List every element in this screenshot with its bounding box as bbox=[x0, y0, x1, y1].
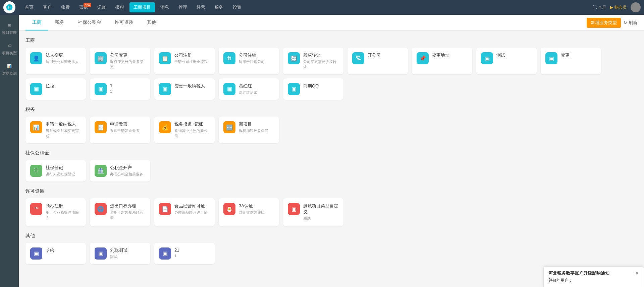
card-title: 21 bbox=[174, 247, 210, 253]
card-desc: 1 bbox=[110, 89, 146, 94]
tab-工商[interactable]: 工商 bbox=[25, 15, 48, 30]
nav-item-记账[interactable]: 记账 bbox=[93, 2, 110, 12]
card-info: 商标注册 用于企业商标注册服务 bbox=[46, 203, 81, 220]
card-申请发票[interactable]: 🧾 申请发票 办理申请发票业务 bbox=[90, 117, 150, 143]
card-公司变更[interactable]: 🏢 公司变更 股权变更外的业务变更 bbox=[90, 48, 150, 74]
card-法人变更[interactable]: 👤 法人变更 适用于公司变更法人 bbox=[25, 48, 86, 74]
card-测试[interactable]: ▣ 测试 bbox=[476, 48, 537, 74]
card-desc: 报税加税控盘保管 bbox=[239, 128, 274, 133]
nav-item-首页[interactable]: 首页 bbox=[21, 2, 38, 12]
card-icon: ™ bbox=[30, 203, 42, 215]
add-type-button[interactable]: 新增业务类型 bbox=[587, 18, 621, 28]
cards-grid-xuke: ™ 商标注册 用于企业商标注册服务 🌐 进出口权办理 适用于对外贸易经营者 📄 … bbox=[25, 198, 637, 226]
card-info: 哈哈 bbox=[46, 247, 81, 255]
card-title: 公司变更 bbox=[110, 52, 146, 58]
nav-item-收费[interactable]: 收费 bbox=[57, 2, 74, 12]
fullscreen-button[interactable]: ⛶ 全屏 bbox=[593, 5, 606, 10]
card-info: 前期QQ bbox=[303, 83, 339, 90]
card-21[interactable]: ▣ 21 1 bbox=[154, 243, 215, 264]
card-desc: 测试 bbox=[110, 255, 146, 260]
nav-item-报税[interactable]: 报税 bbox=[111, 2, 128, 12]
card-1[interactable]: ▣ 1 1 bbox=[90, 78, 150, 100]
sidebar-item-项目类型[interactable]: 🏷 项目类型 bbox=[0, 39, 19, 59]
section-title-gongshang: 工商 bbox=[25, 38, 637, 44]
tab-bar: 工商税务社保公积金许可资质其他 新增业务类型 ↻ 刷新 bbox=[19, 15, 644, 31]
card-变更地址[interactable]: 📌 变更地址 bbox=[412, 48, 472, 74]
card-社保登记[interactable]: 🛡 社保登记 进行人员社保登记 bbox=[25, 160, 86, 182]
card-进出口权办理[interactable]: 🌐 进出口权办理 适用于对外贸易经营者 bbox=[90, 198, 150, 226]
card-title: 1 bbox=[110, 83, 146, 88]
card-税务报道+记账[interactable]: 💰 税务报道+记账 拿到营业执照的新公司 bbox=[154, 117, 215, 143]
card-拉拉[interactable]: ▣ 拉拉 bbox=[25, 78, 86, 100]
nav-item-管理[interactable]: 管理 bbox=[174, 2, 191, 12]
card-食品经营许可证[interactable]: 📄 食品经营许可证 办理食品经营许可证 bbox=[154, 198, 215, 226]
scrollable-content: 工商 👤 法人变更 适用于公司变更法人 🏢 公司变更 股权变更外的业务变更 📋 … bbox=[19, 31, 644, 287]
card-info: 葛红红 葛红红测试 bbox=[239, 83, 274, 95]
card-icon: ▣ bbox=[545, 52, 557, 64]
logo[interactable] bbox=[3, 1, 15, 13]
card-title: 葛红红 bbox=[239, 83, 274, 89]
sidebar-item-项目管理[interactable]: ⊞ 项目管理 bbox=[0, 18, 19, 39]
cards-grid-gongshang: 👤 法人变更 适用于公司变更法人 🏢 公司变更 股权变更外的业务变更 📋 公司注… bbox=[25, 48, 637, 100]
sidebar-item-进度监测[interactable]: 📊 进度监测 bbox=[0, 59, 19, 79]
card-公司注销[interactable]: 🗑 公司注销 适用于注销公司 bbox=[219, 48, 279, 74]
card-title: 公司注册 bbox=[174, 52, 210, 58]
tab-社保公积金[interactable]: 社保公积金 bbox=[71, 15, 108, 30]
section-title-shuiwu: 税务 bbox=[25, 106, 637, 113]
avatar[interactable] bbox=[631, 2, 641, 12]
tab-许可资质[interactable]: 许可资质 bbox=[108, 15, 140, 30]
card-desc: 适用于公司变更法人 bbox=[46, 59, 81, 64]
card-刘聪测试[interactable]: ▣ 刘聪测试 测试 bbox=[90, 243, 150, 264]
badge-new: new bbox=[84, 3, 91, 7]
card-商标注册[interactable]: ™ 商标注册 用于企业商标注册服务 bbox=[25, 198, 86, 226]
card-icon: 🆕 bbox=[223, 121, 235, 133]
card-新项目[interactable]: 🆕 新项目 报税加税控盘保管 bbox=[219, 117, 279, 143]
notification-desc: 尊敬的用户： bbox=[548, 278, 639, 283]
card-title: 公司注销 bbox=[239, 52, 274, 58]
sidebar: ⊞ 项目管理🏷 项目类型📊 进度监测 bbox=[0, 15, 19, 287]
cards-grid-shuiwu: 📊 申请一般纳税人 当月或次月成变更完成 🧾 申请发票 办理申请发票业务 💰 税… bbox=[25, 117, 637, 143]
card-icon: ▣ bbox=[288, 203, 300, 215]
section-gongshang: 工商 👤 法人变更 适用于公司变更法人 🏢 公司变更 股权变更外的业务变更 📋 … bbox=[25, 38, 637, 100]
tab-其他[interactable]: 其他 bbox=[140, 15, 163, 30]
nav-item-票据[interactable]: 票据new bbox=[75, 2, 92, 12]
nav-item-经营[interactable]: 经营 bbox=[193, 2, 209, 12]
tab-税务[interactable]: 税务 bbox=[48, 15, 71, 30]
card-申请一般纳税人[interactable]: 📊 申请一般纳税人 当月或次月成变更完成 bbox=[25, 117, 86, 143]
card-葛红红[interactable]: ▣ 葛红红 葛红红测试 bbox=[219, 78, 279, 100]
card-变更一般纳税人[interactable]: ▣ 变更一般纳税人 bbox=[154, 78, 215, 100]
card-测试项目类型自定义[interactable]: ▣ 测试项目类型自定义 测试 bbox=[283, 198, 343, 226]
card-desc: 葛红红测试 bbox=[239, 90, 274, 95]
card-哈哈[interactable]: ▣ 哈哈 bbox=[25, 243, 86, 264]
card-desc: 办理公积金相关业务 bbox=[110, 172, 146, 177]
card-股权转让[interactable]: 🔄 股权转让 公司变更需要股权转让 bbox=[283, 48, 343, 74]
card-info: 申请发票 办理申请发票业务 bbox=[110, 121, 146, 133]
card-开公司[interactable]: 🏗 开公司 bbox=[347, 48, 408, 74]
card-desc: 当月或次月成变更完成 bbox=[46, 128, 81, 139]
nav-item-服务[interactable]: 服务 bbox=[211, 2, 227, 12]
sidebar-label: 进度监测 bbox=[2, 71, 17, 76]
card-desc: 进行人员社保登记 bbox=[46, 172, 81, 177]
refresh-button[interactable]: ↻ 刷新 bbox=[624, 20, 637, 26]
card-desc: 测试 bbox=[303, 216, 339, 221]
card-info: 21 1 bbox=[174, 247, 210, 259]
vip-button[interactable]: ▶ 畅会员 bbox=[610, 5, 627, 10]
card-title: 变更一般纳税人 bbox=[174, 83, 210, 89]
nav-item-设置[interactable]: 设置 bbox=[229, 2, 246, 12]
card-icon: 🔄 bbox=[288, 52, 300, 64]
card-title: 社保登记 bbox=[46, 165, 81, 171]
cards-grid-qita: ▣ 哈哈 ▣ 刘聪测试 测试 ▣ 21 1 bbox=[25, 243, 637, 264]
sidebar-icon-进度监测: 📊 bbox=[6, 62, 13, 70]
card-公司注册[interactable]: 📋 公司注册 申请公司注册全流程 bbox=[154, 48, 215, 74]
card-前期QQ[interactable]: ▣ 前期QQ bbox=[283, 78, 343, 100]
card-变更[interactable]: ▣ 变更 bbox=[541, 48, 601, 74]
card-公积金开户[interactable]: 🏦 公积金开户 办理公积金相关业务 bbox=[90, 160, 150, 182]
nav-item-客户[interactable]: 客户 bbox=[39, 2, 56, 12]
nav-item-工商项目[interactable]: 工商项目 bbox=[129, 2, 155, 12]
card-3A认证[interactable]: 🎅 3A认证 对企业信誉评级 bbox=[219, 198, 279, 226]
card-title: 新项目 bbox=[239, 121, 274, 127]
nav-item-消息[interactable]: 消息 bbox=[156, 2, 173, 12]
card-info: 测试 bbox=[496, 52, 532, 59]
notification-close-button[interactable]: ✕ bbox=[635, 270, 639, 276]
refresh-icon: ↻ bbox=[624, 20, 627, 25]
